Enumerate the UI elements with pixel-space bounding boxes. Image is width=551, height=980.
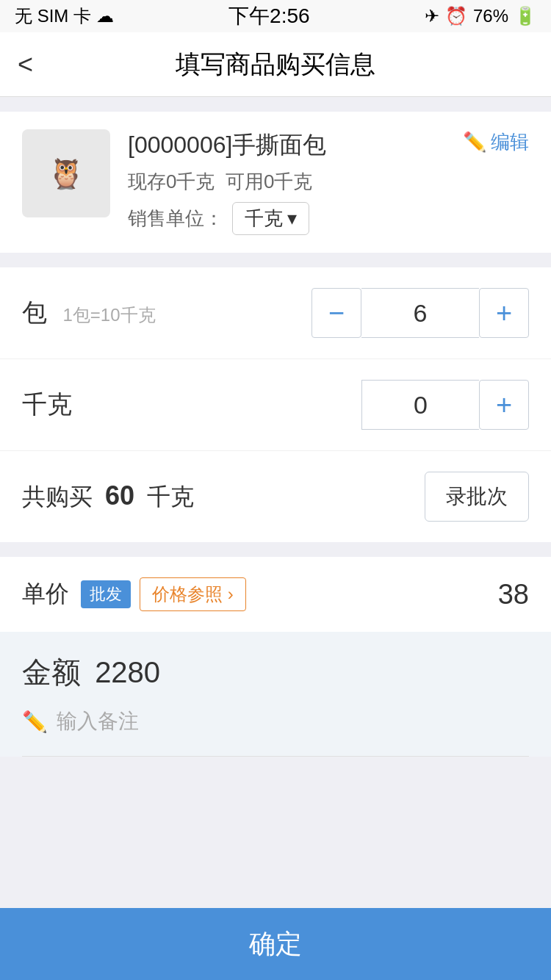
edit-label: 编辑 xyxy=(491,129,529,155)
record-batch-button[interactable]: 录批次 xyxy=(425,472,529,522)
confirm-bar[interactable]: 确定 xyxy=(0,908,551,980)
summary-amount: 60 xyxy=(105,480,134,511)
unit-label: 销售单位： xyxy=(128,206,223,231)
product-stock: 现存0千克 可用0千克 xyxy=(128,169,529,195)
unit-select[interactable]: 千克 ▾ xyxy=(232,202,309,235)
amount-label: 金额 xyxy=(22,656,81,688)
kilogram-row: 千克 + xyxy=(0,359,551,451)
price-section: 单价 批发 价格参照 › 38 xyxy=(0,557,551,632)
back-button[interactable]: < xyxy=(18,49,33,80)
kilogram-controls: + xyxy=(361,380,529,430)
kilogram-increment-button[interactable]: + xyxy=(479,380,529,430)
sim-status: 无 SIM 卡 ☁ xyxy=(15,4,114,28)
status-bar-left: 无 SIM 卡 ☁ xyxy=(15,4,114,28)
alarm-icon: ⏰ xyxy=(445,6,467,26)
nav-bar: < 填写商品购买信息 xyxy=(0,32,551,97)
amount-row: 金额 2280 xyxy=(22,652,529,693)
package-controls: − + xyxy=(311,288,529,338)
confirm-button[interactable]: 确定 xyxy=(249,926,302,962)
price-label: 单价 xyxy=(22,578,69,610)
package-row: 包 1包=10千克 − + xyxy=(0,267,551,359)
status-bar-right: ✈ ⏰ 76% 🔋 xyxy=(425,6,536,26)
package-increment-button[interactable]: + xyxy=(479,288,529,338)
remark-row[interactable]: ✏️ 输入备注 xyxy=(22,707,529,757)
package-decrement-button[interactable]: − xyxy=(311,288,361,338)
package-label: 包 1包=10千克 xyxy=(22,296,311,330)
price-tag: 批发 xyxy=(81,580,131,608)
amount-value: 2280 xyxy=(95,656,160,688)
amount-section: 金额 2280 ✏️ 输入备注 xyxy=(0,632,551,757)
edit-button[interactable]: ✏️ 编辑 xyxy=(463,129,529,155)
page-title: 填写商品购买信息 xyxy=(176,48,375,82)
package-hint: 1包=10千克 xyxy=(62,305,155,325)
price-reference-button[interactable]: 价格参照 › xyxy=(140,577,246,611)
package-input[interactable] xyxy=(361,288,479,338)
status-bar-time: 下午2:56 xyxy=(228,2,310,30)
quantity-section: 包 1包=10千克 − + 千克 + 共购买 60 千克 录批次 xyxy=(0,267,551,542)
product-card: 🦉 [0000006]手撕面包 现存0千克 可用0千克 销售单位： 千克 ▾ ✏… xyxy=(0,112,551,253)
battery-icon: 🔋 xyxy=(514,6,536,26)
summary-row: 共购买 60 千克 录批次 xyxy=(0,451,551,542)
kilogram-input[interactable] xyxy=(361,380,479,430)
pencil-icon: ✏️ xyxy=(22,710,48,734)
chevron-down-icon: ▾ xyxy=(287,207,297,230)
unit-value: 千克 xyxy=(245,206,283,231)
product-logo-icon: 🦉 xyxy=(48,156,84,191)
price-value: 38 xyxy=(498,579,529,610)
location-icon: ✈ xyxy=(425,6,439,26)
remark-placeholder: 输入备注 xyxy=(57,707,139,735)
battery-status: 76% xyxy=(473,6,508,26)
summary-text: 共购买 60 千克 xyxy=(22,480,425,514)
status-bar: 无 SIM 卡 ☁ 下午2:56 ✈ ⏰ 76% 🔋 xyxy=(0,0,551,32)
kilogram-label: 千克 xyxy=(22,388,361,422)
product-image: 🦉 xyxy=(22,129,110,217)
edit-icon: ✏️ xyxy=(463,131,486,154)
product-unit-row: 销售单位： 千克 ▾ xyxy=(128,202,529,235)
